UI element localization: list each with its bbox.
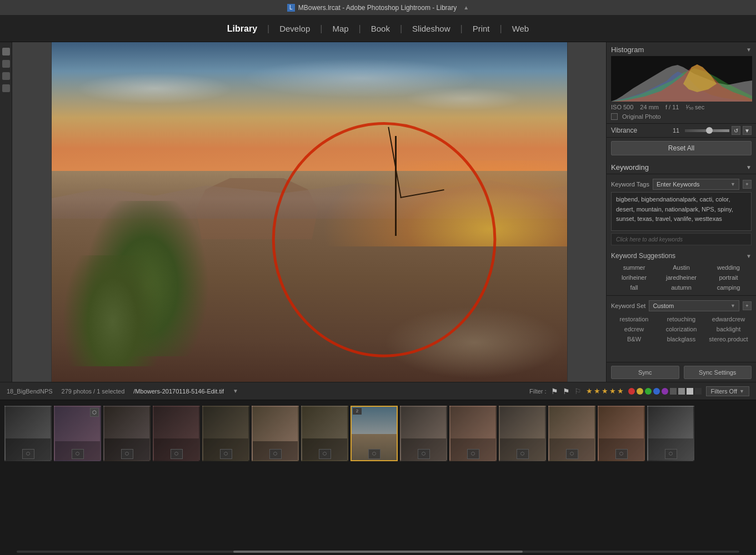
color-gray-1[interactable] bbox=[670, 388, 677, 395]
keyword-tags-content[interactable]: bigbend, bigbendnationalpark, cacti, col… bbox=[611, 192, 752, 231]
kw-suggest-autumn[interactable]: autumn bbox=[658, 283, 704, 292]
photo-preview-area bbox=[12, 42, 606, 382]
nav-develop[interactable]: Develop bbox=[269, 16, 320, 42]
enter-keywords-button[interactable]: Enter Keywords ▼ bbox=[653, 179, 739, 190]
vibrance-label: Vibrance bbox=[611, 127, 637, 134]
kw-set-menu-btn[interactable]: + bbox=[743, 301, 752, 310]
kw-set-stereo-product[interactable]: stereo.product bbox=[705, 335, 752, 344]
filter-flag-unflagged[interactable]: ⚐ bbox=[574, 387, 582, 396]
color-gray-2[interactable] bbox=[678, 388, 685, 395]
original-photo-row: Original Photo bbox=[611, 113, 752, 120]
filter-flag-white[interactable]: ⚑ bbox=[551, 387, 558, 396]
kw-set-edcrew[interactable]: edcrew bbox=[611, 325, 657, 334]
color-gray-3[interactable] bbox=[687, 388, 693, 395]
histogram-dropdown-icon[interactable]: ▼ bbox=[746, 47, 752, 53]
app-icon: L bbox=[287, 4, 295, 12]
vibrance-strip: Vibrance 11 ↺ ▼ bbox=[607, 124, 756, 138]
kw-suggestions-title: Keyword Suggestions bbox=[611, 252, 675, 260]
original-photo-checkbox[interactable] bbox=[611, 113, 618, 120]
color-purple[interactable] bbox=[662, 388, 668, 395]
star-1[interactable]: ★ bbox=[586, 387, 593, 395]
filmstrip-thumb-9[interactable]: ⬡ bbox=[400, 406, 447, 461]
star-5[interactable]: ★ bbox=[617, 387, 624, 395]
filmstrip-thumb-2[interactable]: ⬡ ⬡ bbox=[54, 406, 101, 461]
keyword-suggestions-header: Keyword Suggestions ▼ bbox=[607, 250, 756, 262]
nav-map[interactable]: Map bbox=[322, 16, 358, 42]
left-panel-icon-4 bbox=[2, 84, 10, 92]
kw-set-retouching[interactable]: retouching bbox=[658, 315, 704, 324]
nav-library[interactable]: Library bbox=[217, 16, 267, 42]
vibrance-slider-track[interactable] bbox=[685, 129, 729, 132]
histogram-section: Histogram ▼ bbox=[607, 42, 756, 124]
filmstrip-thumb-1[interactable]: ⬡ bbox=[4, 406, 52, 461]
original-photo-label: Original Photo bbox=[622, 113, 661, 120]
vibrance-reset-btn[interactable]: ↺ bbox=[732, 126, 740, 135]
sync-button[interactable]: Sync bbox=[611, 366, 679, 379]
filmstrip-thumb-6[interactable]: ⬡ bbox=[252, 406, 299, 461]
nav-web[interactable]: Web bbox=[502, 16, 539, 42]
filmstrip-thumb-12[interactable]: ⬡ bbox=[548, 406, 595, 461]
vibrance-menu-btn[interactable]: ▼ bbox=[743, 126, 752, 135]
kw-set-restoration[interactable]: restoration bbox=[611, 315, 657, 324]
left-panel-strip bbox=[0, 42, 12, 382]
thumb-12-edit-badge: ⬡ bbox=[566, 449, 578, 459]
thumb-11-edit-badge: ⬡ bbox=[517, 449, 529, 459]
status-filename-dropdown[interactable]: ▼ bbox=[233, 388, 238, 394]
keyword-tags-menu-btn[interactable]: + bbox=[743, 180, 752, 189]
kw-set-backlight[interactable]: backlight bbox=[705, 325, 752, 334]
keyword-set-row: Keyword Set Custom ▼ + bbox=[607, 298, 756, 314]
filmstrip-thumb-3[interactable]: ⬡ bbox=[103, 406, 151, 461]
thumb-4-edit-badge: ⬡ bbox=[171, 449, 183, 459]
color-blue[interactable] bbox=[653, 388, 660, 395]
nav-print[interactable]: Print bbox=[463, 16, 500, 42]
filmstrip-thumb-11[interactable]: ⬡ bbox=[499, 406, 546, 461]
sync-settings-button[interactable]: Sync Settings bbox=[684, 366, 752, 379]
kw-set-edwardcrew[interactable]: edwardcrew bbox=[705, 315, 752, 324]
kw-suggest-loriheiner[interactable]: loriheiner bbox=[611, 273, 657, 282]
color-green[interactable] bbox=[645, 388, 652, 395]
color-yellow[interactable] bbox=[637, 388, 643, 395]
kw-suggest-jaredheiner[interactable]: jaredheiner bbox=[658, 273, 704, 282]
meta-focal: 24 mm bbox=[640, 104, 659, 111]
meta-shutter: ¹⁄₅₀ sec bbox=[685, 104, 704, 111]
kw-suggestions-chevron[interactable]: ▼ bbox=[746, 253, 752, 259]
color-red[interactable] bbox=[628, 388, 635, 395]
click-to-add-keywords[interactable]: Click here to add keywords bbox=[611, 233, 752, 245]
kw-set-blackglass[interactable]: blackglass bbox=[658, 335, 704, 344]
histogram-chart bbox=[611, 56, 752, 102]
titlebar: L MBowers.lrcat - Adobe Photoshop Lightr… bbox=[0, 0, 756, 16]
kw-suggest-portrait[interactable]: portrait bbox=[705, 273, 752, 282]
filter-label: Filter : bbox=[529, 388, 547, 395]
filmstrip-thumb-5[interactable]: ⬡ bbox=[202, 406, 249, 461]
star-3[interactable]: ★ bbox=[602, 387, 608, 395]
star-4[interactable]: ★ bbox=[609, 387, 616, 395]
star-2[interactable]: ★ bbox=[594, 387, 600, 395]
status-filename[interactable]: /Mbowers-20170118-5146-Edit.tif bbox=[133, 388, 224, 395]
vibrance-slider-thumb[interactable] bbox=[706, 127, 713, 134]
kw-suggest-austin[interactable]: Austin bbox=[658, 263, 704, 272]
reset-all-button[interactable]: Reset All bbox=[611, 141, 752, 155]
keywording-title: Keywording bbox=[611, 163, 649, 171]
filters-off-dropdown[interactable]: Filters Off ▼ bbox=[706, 386, 749, 396]
right-panel: Histogram ▼ bbox=[606, 42, 756, 382]
filmstrip-thumb-13[interactable]: ⬡ bbox=[598, 406, 645, 461]
filmstrip-thumb-14[interactable]: ⬡ bbox=[647, 406, 694, 461]
keyword-set-dropdown[interactable]: Custom ▼ bbox=[649, 300, 739, 311]
kw-set-bw[interactable]: B&W bbox=[611, 335, 657, 344]
kw-suggest-wedding[interactable]: wedding bbox=[705, 263, 752, 272]
nav-slideshow[interactable]: Slideshow bbox=[402, 16, 460, 42]
filter-flag-reject[interactable]: ⚑ bbox=[563, 387, 570, 396]
keywording-chevron[interactable]: ▼ bbox=[746, 164, 752, 170]
thumb-10-edit-badge: ⬡ bbox=[467, 449, 479, 459]
kw-suggest-summer[interactable]: summer bbox=[611, 263, 657, 272]
kw-set-colorization[interactable]: colorization bbox=[658, 325, 704, 334]
filmstrip-thumb-8[interactable]: 2 ⬡ bbox=[351, 406, 398, 461]
kw-suggest-fall[interactable]: fall bbox=[611, 283, 657, 292]
nav-book[interactable]: Book bbox=[361, 16, 400, 42]
filmstrip-thumb-4[interactable]: ⬡ bbox=[153, 406, 200, 461]
filmstrip-thumb-7[interactable]: ⬡ bbox=[301, 406, 348, 461]
color-gray-4[interactable] bbox=[695, 388, 702, 395]
status-album: 18_BigBendNPS bbox=[7, 388, 53, 395]
kw-suggest-camping[interactable]: camping bbox=[705, 283, 752, 292]
filmstrip-thumb-10[interactable]: ⬡ bbox=[449, 406, 497, 461]
